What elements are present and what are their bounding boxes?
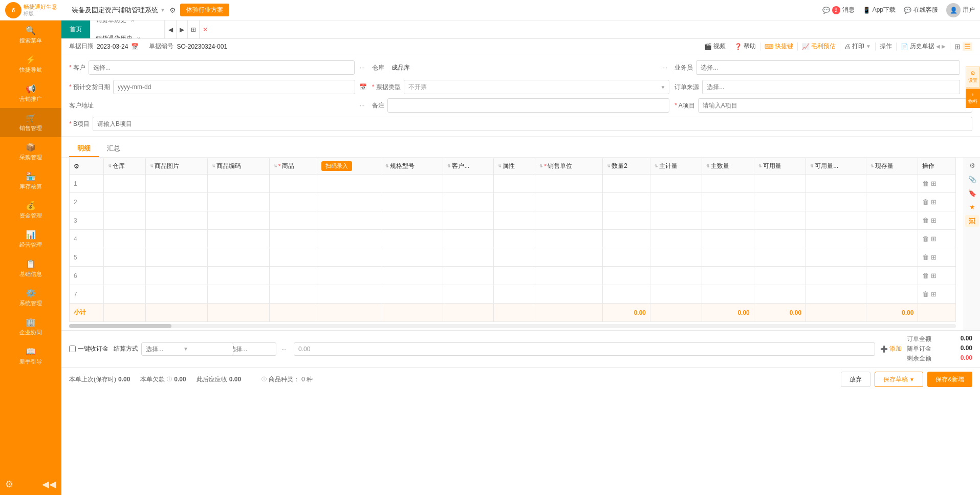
col-spec-type[interactable]: ⇅规格型号 [381,158,443,175]
user-btn[interactable]: 👤 用户 [946,3,975,17]
sidebar-item-inventory[interactable]: 🏪库存核算 [0,166,61,196]
save-draft-btn[interactable]: 保存草稿 ▼ [875,372,923,387]
settings-panel-btn[interactable]: ⚙ [965,160,979,171]
tab-next-btn[interactable]: ▶ [176,20,187,39]
sidebar-item-guide[interactable]: 📖新手引导 [0,341,61,371]
delivery-date-input[interactable] [113,80,355,94]
order-source-input[interactable] [702,80,960,94]
sidebar-item-finance[interactable]: 💰资金管理 [0,196,61,225]
history-btn[interactable]: 📄 历史单据 ◀ ▶ [901,42,946,51]
col-available-qty2[interactable]: ⇅可用量... [806,158,866,175]
sidebar-item-quick-nav[interactable]: ⚡快捷导航 [0,50,61,79]
project-b-input[interactable] [93,117,972,131]
quick-settle-checkbox[interactable]: 一键收订金 [69,345,108,353]
col-stock-qty[interactable]: ⇅现存量 [866,158,918,175]
tab-prev-btn[interactable]: ◀ [165,20,176,39]
col-customer-code[interactable]: ⇅客户... [443,158,493,175]
add-row-btn[interactable]: ➕ 添加 [880,345,902,353]
col-main-qty[interactable]: ⇅主数量 [702,158,754,175]
operation-btn[interactable]: 操作 [880,42,892,51]
help-btn[interactable]: ❓ 帮助 [734,42,756,51]
sidebar-item-operations[interactable]: 📊经营管理 [0,225,61,254]
sidebar-item-system[interactable]: ⚙️系统管理 [0,283,61,312]
solution-button[interactable]: 体验行业方案 [180,4,229,16]
scan-btn[interactable]: 扫码录入 [321,161,352,171]
col-product-code[interactable]: ⇅商品编码 [207,158,269,175]
table-scrollbar[interactable] [69,324,956,328]
sidebar-item-search[interactable]: 🔍搜索菜单 [0,20,61,50]
tab-detail[interactable]: 明细 [69,141,99,157]
sidebar-item-purchase[interactable]: 📦采购管理 [0,137,61,166]
warehouse-expand-btn[interactable]: ··· [660,64,669,71]
profit-btn[interactable]: 📈 毛利预估 [802,42,836,51]
attach-panel-btn[interactable]: 📎 [965,174,979,185]
amount-input[interactable] [294,342,875,356]
view-btn[interactable]: 🎬 视频 [704,42,726,51]
list-view-btn[interactable]: ☰ [963,42,972,51]
tab-sales-return-history[interactable]: 销货单历史✕ [91,20,165,30]
star-panel-btn[interactable]: ★ [965,201,979,213]
sidebar-collapse-btn[interactable]: ◀◀ [42,479,56,490]
col-attribute[interactable]: ⇅属性 [493,158,535,175]
copy-icon[interactable]: ⊞ [931,235,937,243]
delivery-date-icon[interactable]: 📅 [359,83,367,91]
save-new-btn[interactable]: 保存&新增 [927,372,972,387]
product-types-icon[interactable]: ⓘ [262,376,267,383]
delete-icon[interactable]: 🗑 [922,253,929,261]
delete-icon[interactable]: 🗑 [922,198,929,206]
salesperson-input[interactable] [696,60,960,75]
settle-method-input[interactable] [141,342,233,356]
delete-icon[interactable]: 🗑 [922,235,929,243]
date-picker-icon[interactable]: 📅 [131,43,139,50]
help-circle-icon[interactable]: ⓘ [167,376,172,383]
shortcut-btn[interactable]: ⌨ 快捷键 [765,42,793,51]
message-btn[interactable]: 💬 9 🔔 消息 [822,6,855,14]
col-quantity2[interactable]: ⇅数量2 [603,158,650,175]
col-scan[interactable]: 扫码录入 [317,158,381,175]
copy-icon[interactable]: ⊞ [931,180,937,187]
sidebar-settings-icon[interactable]: ⚙ [5,479,13,490]
copy-icon[interactable]: ⊞ [931,198,937,206]
online-service-btn[interactable]: 💬 在线客服 [904,6,938,14]
customer-expand-btn[interactable]: ··· [358,64,367,71]
side-add-btn[interactable]: +物料 [966,89,980,108]
col-available-qty[interactable]: ⇅可用量 [754,158,805,175]
print-btn[interactable]: 🖨 打印 ▼ [844,42,871,51]
project-a-input[interactable] [698,98,972,113]
col-product[interactable]: ⇅*商品 [269,158,317,175]
copy-icon[interactable]: ⊞ [931,253,937,261]
bank-account-expand-btn[interactable]: ··· [279,346,289,353]
tab-close-btn[interactable]: ✕ [199,20,211,39]
invoice-type-select[interactable] [404,80,670,94]
tab-home[interactable]: 首页 [61,20,91,39]
image-panel-btn[interactable]: 🖼 [965,215,979,227]
delete-icon[interactable]: 🗑 [922,290,929,298]
tab-sales-refund-history[interactable]: 销货退货历史✕ [91,30,165,39]
address-expand-btn[interactable]: ··· [358,102,367,109]
col-settings-icon[interactable]: ⚙ [74,163,79,170]
tab-expand-btn[interactable]: ⊞ [187,20,199,39]
delete-icon[interactable]: 🗑 [922,272,929,279]
copy-icon[interactable]: ⊞ [931,290,937,298]
delete-icon[interactable]: 🗑 [922,180,929,187]
bookmark-panel-btn[interactable]: 🔖 [965,187,979,199]
grid-view-btn[interactable]: ⊞ [954,42,961,51]
discard-btn[interactable]: 放弃 [841,372,870,387]
sidebar-item-sales[interactable]: 🛒销售管理 [0,108,61,137]
sidebar-item-marketing[interactable]: 📢营销推广 [0,79,61,108]
sidebar-item-base-info[interactable]: 📋基础信息 [0,254,61,283]
col-warehouse[interactable]: ⇅仓库 [104,158,146,175]
copy-icon[interactable]: ⊞ [931,217,937,224]
tab-summary[interactable]: 汇总 [99,141,128,157]
col-main-unit[interactable]: ⇅主计量 [650,158,702,175]
side-settings-btn[interactable]: ⚙设置 [966,67,980,88]
delete-icon[interactable]: 🗑 [922,217,929,224]
remarks-input[interactable] [387,98,670,113]
customer-input[interactable] [89,60,355,75]
app-download-btn[interactable]: 📱 App下载 [863,6,896,14]
col-sales-unit[interactable]: ⇅*销售单位 [535,158,603,175]
copy-icon[interactable]: ⊞ [931,272,937,279]
col-product-image[interactable]: ⇅商品图片 [145,158,207,175]
sidebar-item-enterprise[interactable]: 🏢企业协同 [0,312,61,341]
save-draft-arrow[interactable]: ▼ [909,377,914,382]
